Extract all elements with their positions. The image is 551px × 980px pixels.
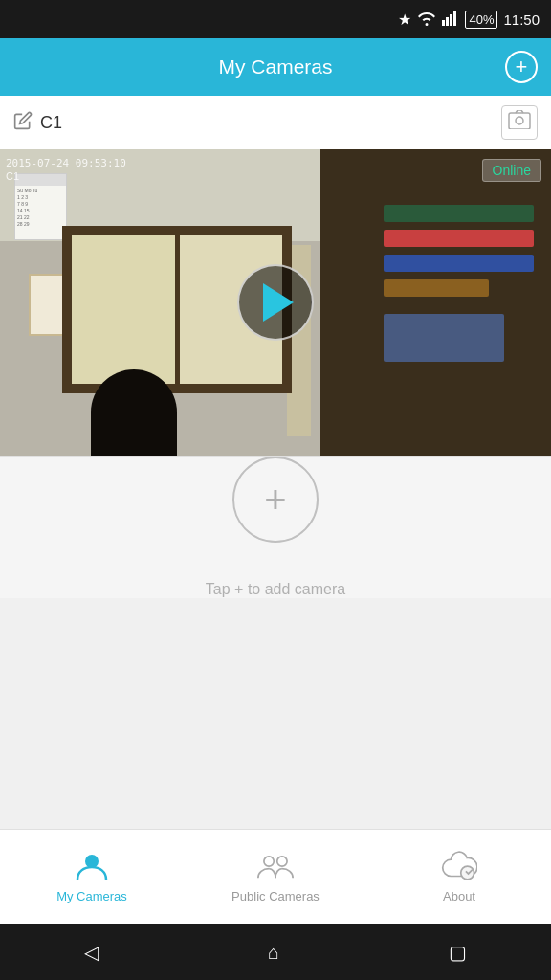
nav-label-about: About	[443, 889, 475, 903]
add-camera-header-button[interactable]: +	[505, 51, 538, 83]
svg-rect-4	[509, 113, 530, 129]
add-camera-plus-icon: +	[264, 480, 286, 519]
edit-icon[interactable]	[13, 111, 33, 134]
svg-rect-0	[442, 20, 445, 26]
person-silhouette	[91, 369, 177, 456]
nav-label-my-cameras: My Cameras	[56, 889, 127, 903]
camera-card-header: C1	[0, 96, 551, 149]
svg-rect-1	[446, 17, 449, 26]
camera-feed[interactable]: Su Mo Tu1 2 37 8 914 1521 2228 29	[0, 149, 551, 456]
about-icon	[441, 851, 477, 883]
sys-nav-back[interactable]: ◁	[84, 941, 99, 964]
online-status-badge: Online	[482, 159, 541, 182]
camera-overlay-label: C1	[6, 170, 19, 182]
camera-name-area: C1	[13, 111, 62, 134]
status-time: 11:50	[503, 11, 540, 28]
wifi-icon	[417, 11, 436, 29]
system-navigation: ◁ ⌂ ▢	[0, 924, 551, 980]
nav-item-public-cameras[interactable]: Public Cameras	[184, 830, 367, 924]
bookshelf	[376, 197, 541, 442]
nav-item-my-cameras[interactable]: My Cameras	[0, 830, 184, 924]
nav-label-public-cameras: Public Cameras	[231, 889, 320, 903]
status-icons: ★ 40% 11:50	[398, 11, 540, 29]
page-title: My Cameras	[218, 56, 332, 78]
camera-card: C1 Su Mo Tu1 2 37 8 914 1521 2228 29	[0, 96, 551, 457]
signal-icon	[442, 11, 459, 29]
svg-point-7	[264, 857, 274, 866]
sys-nav-recent[interactable]: ▢	[449, 941, 467, 964]
add-camera-circle-button[interactable]: +	[232, 457, 319, 543]
sys-nav-home[interactable]: ⌂	[268, 942, 279, 964]
play-triangle-icon	[263, 283, 294, 322]
add-camera-hint: Tap + to add camera	[206, 581, 345, 598]
header: My Cameras +	[0, 38, 551, 96]
star-icon: ★	[398, 11, 411, 29]
camera-timestamp: 2015-07-24 09:53:10	[6, 157, 126, 169]
camera-name: C1	[40, 113, 62, 133]
my-cameras-icon	[76, 851, 108, 883]
battery-indicator: 40%	[465, 11, 497, 29]
bottom-navigation: My Cameras Public Cameras About	[0, 829, 551, 924]
svg-point-8	[277, 857, 287, 866]
svg-rect-3	[453, 11, 456, 26]
svg-point-5	[516, 117, 523, 124]
add-camera-section: + Tap + to add camera	[0, 457, 551, 598]
wall-calendar: Su Mo Tu1 2 37 8 914 1521 2228 29	[14, 173, 67, 240]
play-button[interactable]	[237, 264, 314, 341]
nav-item-about[interactable]: About	[367, 830, 551, 924]
snapshot-icon[interactable]	[501, 105, 538, 140]
public-cameras-icon	[257, 851, 294, 883]
svg-rect-2	[450, 14, 452, 26]
status-bar: ★ 40% 11:50	[0, 0, 551, 38]
